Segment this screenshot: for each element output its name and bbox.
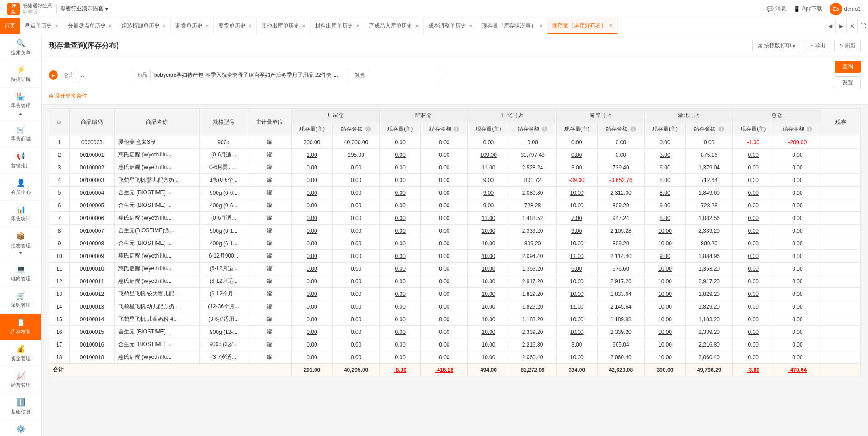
setting-button[interactable]: 设置: [835, 76, 861, 89]
l-qty-cell[interactable]: 0.00: [380, 263, 421, 275]
na-qty-cell[interactable]: 7.00: [556, 212, 597, 225]
l-qty-cell[interactable]: 0.00: [380, 187, 421, 199]
l-qty-cell[interactable]: 0.00: [380, 136, 421, 149]
info-icon[interactable]: i: [542, 126, 547, 132]
close-icon[interactable]: ✕: [415, 23, 419, 28]
f-qty-cell[interactable]: 0.00: [291, 225, 332, 237]
color-input[interactable]: [368, 70, 440, 80]
na-qty-cell[interactable]: 0.00: [556, 136, 597, 149]
na-qty-cell[interactable]: 3.00: [556, 161, 597, 174]
jb-qty-cell[interactable]: 10.00: [468, 237, 509, 250]
product-input[interactable]: [150, 70, 349, 80]
f-qty-cell[interactable]: 0.00: [291, 351, 332, 364]
f-qty-cell[interactable]: 200.00: [291, 136, 332, 149]
na-qty-cell[interactable]: 11.00: [556, 300, 597, 313]
na-qty-cell[interactable]: 10.00: [556, 237, 597, 250]
f-qty-cell[interactable]: 0.00: [291, 313, 332, 326]
sidebar-item-ecom[interactable]: 💻 电商管理: [0, 260, 41, 287]
l-qty-cell[interactable]: 0.00: [380, 300, 421, 313]
info-icon[interactable]: i: [718, 126, 724, 132]
message-item[interactable]: 💬 消息: [767, 5, 786, 13]
l-qty-cell[interactable]: 0.00: [380, 288, 421, 300]
total-qty-cell[interactable]: 0.00: [733, 161, 774, 174]
app-download-item[interactable]: 📱 App下载: [793, 5, 822, 13]
user-profile[interactable]: Ea demo2: [830, 3, 861, 15]
f-qty-cell[interactable]: 0.00: [291, 161, 332, 174]
yb-qty-cell[interactable]: 10.00: [644, 351, 685, 364]
yb-qty-cell[interactable]: 8.00: [644, 212, 685, 225]
nav-close-all[interactable]: ✕: [846, 18, 857, 34]
na-qty-cell[interactable]: 0.00: [556, 149, 597, 161]
na-qty-cell[interactable]: 10.00: [556, 351, 597, 364]
na-qty-cell[interactable]: 9.00: [556, 225, 597, 237]
total-qty-cell[interactable]: 0.00: [733, 288, 774, 300]
info-icon[interactable]: i: [453, 126, 459, 132]
print-button[interactable]: 🖨 按模版打印 ▾: [752, 40, 800, 52]
close-icon[interactable]: ✕: [205, 23, 209, 28]
na-qty-cell[interactable]: 10.00: [556, 326, 597, 338]
l-qty-cell[interactable]: 0.00: [380, 149, 421, 161]
total-qty-cell[interactable]: 0.00: [733, 313, 774, 326]
l-qty-cell[interactable]: 0.00: [380, 237, 421, 250]
jb-qty-cell[interactable]: 10.00: [468, 225, 509, 237]
tab-xiancun-dist[interactable]: 现存量（库存分布表） ✕: [547, 18, 618, 34]
total-qty-cell[interactable]: 0.00: [733, 199, 774, 212]
l-qty-cell[interactable]: 0.00: [380, 326, 421, 338]
yb-qty-cell[interactable]: 10.00: [644, 288, 685, 300]
f-qty-cell[interactable]: 0.00: [291, 212, 332, 225]
f-qty-cell[interactable]: 0.00: [291, 250, 332, 263]
tab-qita[interactable]: 其他出库单历史 ✕: [257, 18, 311, 34]
close-icon[interactable]: ✕: [162, 23, 166, 28]
yb-qty-cell[interactable]: 8.00: [644, 174, 685, 187]
jb-qty-cell[interactable]: 10.00: [468, 351, 509, 364]
sidebar-item-purchase[interactable]: 🛒 采购管理: [0, 287, 41, 314]
na-qty-cell[interactable]: 10.00: [556, 199, 597, 212]
close-icon[interactable]: ✕: [302, 23, 306, 28]
total-qty-cell[interactable]: 0.00: [733, 338, 774, 351]
f-qty-cell[interactable]: 0.00: [291, 237, 332, 250]
yb-qty-cell[interactable]: 10.00: [644, 338, 685, 351]
close-icon[interactable]: ✕: [108, 23, 112, 28]
na-qty-cell[interactable]: 11.00: [556, 250, 597, 263]
f-qty-cell[interactable]: 0.00: [291, 300, 332, 313]
close-icon[interactable]: ✕: [55, 23, 58, 28]
f-qty-cell[interactable]: 0.00: [291, 187, 332, 199]
yb-qty-cell[interactable]: 10.00: [644, 326, 685, 338]
tab-fenpan[interactable]: 分量盘点单历史 ✕: [63, 18, 117, 34]
refresh-button[interactable]: ↻ 刷新: [834, 40, 861, 52]
jb-qty-cell[interactable]: 10.00: [468, 250, 509, 263]
l-qty-cell[interactable]: 0.00: [380, 212, 421, 225]
sidebar-item-mall[interactable]: 🛒 零售商城: [0, 121, 41, 147]
yb-qty-cell[interactable]: 3.00: [644, 149, 685, 161]
jb-qty-cell[interactable]: 10.00: [468, 288, 509, 300]
yb-qty-cell[interactable]: 8.00: [644, 187, 685, 199]
f-qty-cell[interactable]: 0.00: [291, 326, 332, 338]
yb-qty-cell[interactable]: 10.00: [644, 313, 685, 326]
export-button[interactable]: ↗ 导出: [804, 40, 830, 52]
f-qty-cell[interactable]: 0.00: [291, 338, 332, 351]
yb-qty-cell[interactable]: 10.00: [644, 237, 685, 250]
tab-diaobo[interactable]: 调拨单历史 ✕: [171, 18, 214, 34]
l-qty-cell[interactable]: 0.00: [380, 174, 421, 187]
total-qty-cell[interactable]: 0.00: [733, 250, 774, 263]
f-qty-cell[interactable]: 0.00: [291, 275, 332, 288]
jb-qty-cell[interactable]: 109.00: [468, 149, 509, 161]
sidebar-item-basic[interactable]: ℹ️ 基础信息: [0, 394, 41, 420]
total-qty-cell[interactable]: 0.00: [733, 174, 774, 187]
yb-qty-cell[interactable]: 9.00: [644, 199, 685, 212]
total-qty-cell[interactable]: 0.00: [733, 149, 774, 161]
tab-xiancun-status[interactable]: 现存量（库存状况表） ✕: [477, 18, 547, 34]
jb-qty-cell[interactable]: 9.00: [468, 199, 509, 212]
close-icon[interactable]: ✕: [609, 23, 613, 28]
yb-qty-cell[interactable]: 10.00: [644, 225, 685, 237]
total-qty-cell[interactable]: 0.00: [733, 187, 774, 199]
jb-qty-cell[interactable]: 0.00: [468, 136, 509, 149]
tab-pandian[interactable]: 盘点单历史 ✕: [20, 18, 63, 34]
na-qty-cell[interactable]: 10.00: [556, 288, 597, 300]
total-qty-cell[interactable]: 0.00: [733, 237, 774, 250]
sidebar-item-stat[interactable]: 📊 零售统计: [0, 201, 41, 227]
jb-qty-cell[interactable]: 10.00: [468, 300, 509, 313]
sidebar-item-finance[interactable]: 💰 资金管理: [0, 340, 41, 367]
yb-qty-cell[interactable]: 10.00: [644, 300, 685, 313]
f-qty-cell[interactable]: 0.00: [291, 288, 332, 300]
